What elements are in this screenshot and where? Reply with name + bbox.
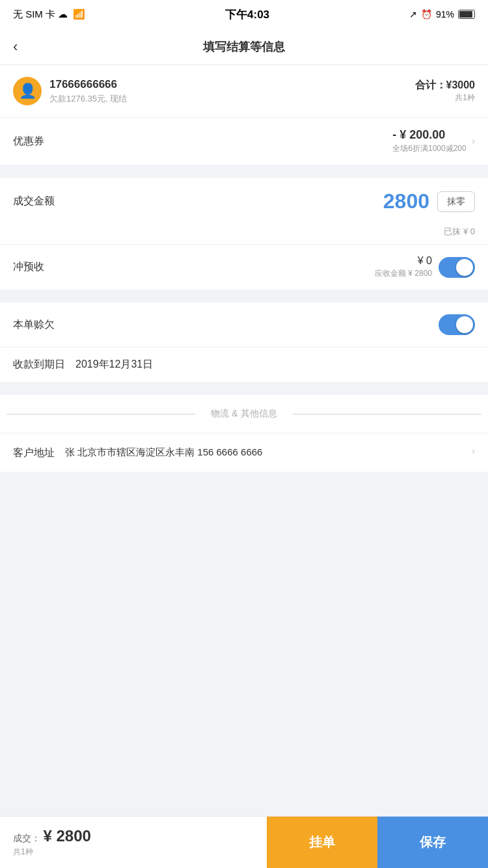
status-right: ↗ ⏰ 91% bbox=[409, 9, 475, 20]
logistics-card: 物流 & 其他信息 客户地址 张 北京市市辖区海淀区永丰南 156 6666 6… bbox=[0, 395, 488, 472]
debt-row: 本单赊欠 bbox=[0, 303, 488, 347]
debt-toggle[interactable] bbox=[439, 314, 475, 335]
address-row[interactable]: 客户地址 张 北京市市辖区海淀区永丰南 156 6666 6666 › bbox=[0, 433, 488, 472]
transaction-label: 成交金额 bbox=[13, 195, 55, 208]
section-divider-3 bbox=[0, 388, 488, 395]
bottom-label: 成交： bbox=[13, 833, 40, 843]
section-divider-2 bbox=[0, 296, 488, 303]
wifi-icon: 📶 bbox=[73, 8, 85, 20]
precollect-amounts: ¥ 0 应收金额 ¥ 2800 bbox=[375, 255, 432, 279]
sim-label: 无 SIM 卡 ☁ bbox=[13, 8, 68, 21]
precollect-sub: 应收金额 ¥ 2800 bbox=[375, 268, 432, 279]
status-time: 下午4:03 bbox=[225, 7, 269, 22]
user-right: 合计：¥3000 共1种 bbox=[415, 79, 476, 103]
main-content: 👤 17666666666 欠款1276.35元, 现结 合计：¥3000 共1… bbox=[0, 65, 488, 667]
debt-label: 本单赊欠 bbox=[13, 318, 55, 332]
location-icon: ↗ bbox=[409, 9, 417, 20]
nav-bar: ‹ 填写结算等信息 bbox=[0, 29, 488, 65]
amount-row: 成交金额 2800 抹零 bbox=[0, 178, 488, 225]
logistics-section: 物流 & 其他信息 bbox=[0, 395, 488, 433]
battery-percent: 91% bbox=[436, 9, 454, 20]
user-info: 17666666666 欠款1276.35元, 现结 bbox=[49, 78, 127, 105]
coupon-amount: - ¥ 200.00 bbox=[392, 128, 466, 142]
bottom-spacer bbox=[0, 478, 488, 608]
transaction-card: 成交金额 2800 抹零 已抹 ¥ 0 冲预收 ¥ 0 应收金额 ¥ 2800 bbox=[0, 178, 488, 290]
precollect-main: ¥ 0 bbox=[375, 255, 432, 267]
duedate-label: 收款到期日 bbox=[13, 358, 65, 372]
battery-icon bbox=[458, 10, 475, 19]
save-button[interactable]: 保存 bbox=[377, 817, 488, 869]
duedate-row: 收款到期日 2019年12月31日 bbox=[0, 347, 488, 382]
avatar-icon: 👤 bbox=[19, 83, 36, 100]
user-left: 👤 17666666666 欠款1276.35元, 现结 bbox=[13, 77, 127, 105]
duedate-value: 2019年12月31日 bbox=[75, 358, 153, 372]
alarm-icon: ⏰ bbox=[421, 9, 432, 20]
logistics-line-right bbox=[293, 414, 481, 414]
amount-right: 2800 抹零 bbox=[383, 189, 475, 213]
coupon-right: - ¥ 200.00 全场6折满1000减200 › bbox=[392, 128, 475, 154]
bottom-info: 成交： ¥ 2800 共1种 bbox=[0, 827, 267, 858]
coupon-desc: 全场6折满1000减200 bbox=[392, 143, 466, 154]
bottom-label-row: 成交： ¥ 2800 bbox=[13, 827, 254, 845]
status-bar: 无 SIM 卡 ☁ 📶 下午4:03 ↗ ⏰ 91% bbox=[0, 0, 488, 29]
logistics-text: 物流 & 其他信息 bbox=[211, 408, 277, 420]
user-row: 👤 17666666666 欠款1276.35元, 现结 合计：¥3000 共1… bbox=[0, 65, 488, 117]
hold-button[interactable]: 挂单 bbox=[267, 817, 377, 869]
section-divider-1 bbox=[0, 171, 488, 178]
user-info-card: 👤 17666666666 欠款1276.35元, 现结 合计：¥3000 共1… bbox=[0, 65, 488, 165]
precollect-row: 冲预收 ¥ 0 应收金额 ¥ 2800 bbox=[0, 244, 488, 290]
address-label: 客户地址 bbox=[13, 446, 55, 460]
debt-card: 本单赊欠 收款到期日 2019年12月31日 bbox=[0, 303, 488, 382]
round-button[interactable]: 抹零 bbox=[437, 191, 475, 212]
coupon-row[interactable]: 优惠券 - ¥ 200.00 全场6折满1000减200 › bbox=[0, 117, 488, 165]
transaction-sub: 已抹 ¥ 0 bbox=[444, 226, 475, 236]
back-button[interactable]: ‹ bbox=[13, 38, 18, 55]
precollect-toggle[interactable] bbox=[439, 257, 475, 278]
coupon-label: 优惠券 bbox=[13, 135, 44, 148]
avatar: 👤 bbox=[13, 77, 42, 105]
precollect-label: 冲预收 bbox=[13, 260, 44, 274]
address-chevron-icon: › bbox=[472, 445, 475, 457]
user-sub: 欠款1276.35元, 现结 bbox=[49, 93, 127, 105]
total-amount: 合计：¥3000 bbox=[415, 79, 476, 92]
logistics-line-left bbox=[7, 414, 195, 414]
bottom-amount: ¥ 2800 bbox=[43, 827, 90, 845]
bottom-bar: 成交： ¥ 2800 共1种 挂单 保存 bbox=[0, 816, 488, 868]
coupon-chevron-icon: › bbox=[472, 135, 475, 147]
user-phone: 17666666666 bbox=[49, 78, 127, 91]
page-title: 填写结算等信息 bbox=[203, 39, 285, 55]
bottom-count: 共1种 bbox=[13, 847, 254, 858]
address-value: 张 北京市市辖区海淀区永丰南 156 6666 6666 bbox=[65, 445, 472, 460]
transaction-amount: 2800 bbox=[383, 189, 429, 213]
total-count: 共1种 bbox=[415, 92, 476, 103]
status-left: 无 SIM 卡 ☁ 📶 bbox=[13, 8, 85, 21]
precollect-right: ¥ 0 应收金额 ¥ 2800 bbox=[375, 255, 475, 279]
